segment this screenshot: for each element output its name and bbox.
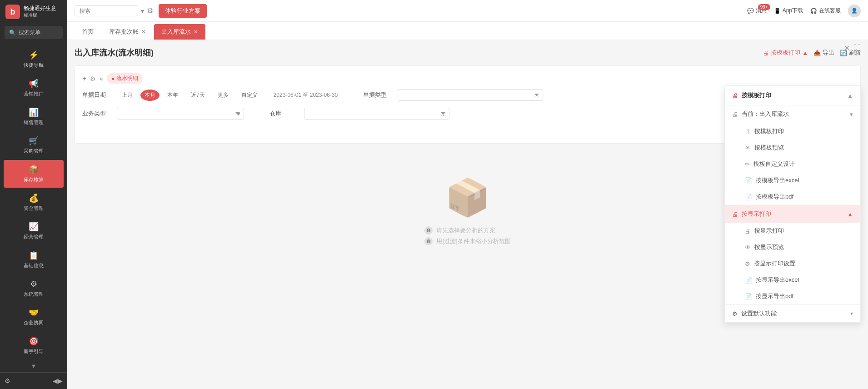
tab-inventory-batch-close[interactable]: ✕ (141, 29, 146, 35)
export-button[interactable]: 📤 导出 (813, 49, 834, 57)
topbar-search-area: ▾ ⚙ (75, 5, 153, 16)
sidebar-item-guide[interactable]: 🎯 新手引导 (4, 332, 64, 359)
dropdown-current-section: 🖨 当前：出入库流水 ▾ (725, 105, 860, 123)
user-avatar[interactable]: 👤 (848, 5, 861, 17)
filter-warehouse-select[interactable] (304, 108, 449, 120)
app-download-item[interactable]: 📱 App下载 (774, 7, 803, 15)
footer-label: 设置默认功能 (741, 309, 777, 318)
filter-tag-more[interactable]: 更多 (213, 90, 234, 101)
print-template-label: 按模板打印 (771, 49, 800, 57)
sidebar-collapse-button[interactable]: ◀▶ (53, 377, 63, 384)
search-dropdown-icon[interactable]: ▾ (141, 7, 144, 15)
current-chevron: ▾ (850, 111, 853, 118)
filter-tag-this-month[interactable]: 本月 (140, 90, 160, 101)
window-controls: ✕ ⛶ (844, 44, 861, 52)
display-chevron-up: ▲ (847, 211, 853, 218)
sidebar-item-enterprise[interactable]: 🤝 企业协同 (4, 303, 64, 331)
display-excel-label: 按显示导出excel (756, 276, 799, 284)
app-name: 畅捷通好生意 (24, 5, 56, 12)
dropdown-display-excel[interactable]: 📄 按显示导出excel (725, 272, 860, 288)
sidebar-item-label: 新手引导 (24, 348, 44, 355)
display-preview-icon: 👁 (745, 244, 751, 251)
tab-inventory-flow[interactable]: 出入库流水 ✕ (154, 24, 205, 40)
sidebar-item-label: 营销推广 (24, 90, 44, 97)
dropdown-current-item[interactable]: 🖨 当前：出入库流水 ▾ (725, 105, 860, 123)
export-label: 导出 (823, 49, 834, 57)
filter-tag-this-year[interactable]: 本年 (162, 90, 183, 101)
empty-step-2: ❷ 用[过滤]条件来缩小分析范围 (424, 237, 510, 245)
sidebar-scroll-down[interactable]: ▼ (0, 360, 67, 372)
trial-button[interactable]: 体验行业方案 (159, 4, 207, 18)
dropdown-template-pdf[interactable]: 📄 按模板导出pdf (725, 189, 860, 205)
window-expand-button[interactable]: ⛶ (853, 44, 861, 52)
tab-home[interactable]: 首页 (75, 24, 101, 40)
inventory-icon: 📦 (29, 165, 39, 175)
dropdown-display-print[interactable]: 🖨 按显示打印 (725, 223, 860, 239)
filter-collapse-button[interactable]: « (100, 75, 103, 82)
filter-tag-7days[interactable]: 近7天 (186, 90, 210, 101)
topbar-settings-icon[interactable]: ⚙ (147, 6, 153, 15)
display-excel-icon: 📄 (745, 277, 752, 284)
dropdown-template-preview[interactable]: 👁 按模板预览 (725, 140, 860, 156)
shortcut-icon: ⚡ (29, 50, 39, 60)
template-custom-label: 模板自定义设计 (753, 160, 795, 168)
sidebar-item-inventory[interactable]: 📦 库存核算 (4, 160, 64, 188)
filter-biz-select-wrapper: ▾ (117, 108, 244, 120)
dropdown-display-settings[interactable]: ⚙ 按显示打印设置 (725, 255, 860, 272)
print-header-icon: 🖨 (732, 92, 738, 99)
quick-filter-tag-flow[interactable]: ● 流水明细 (107, 73, 143, 84)
display-preview-label: 按显示预览 (754, 243, 784, 251)
dropdown-template-section: 🖨 按模板打印 👁 按模板预览 ✏ 模板自定义设计 📄 按模板导出excel (725, 123, 860, 205)
sidebar-nav: ⚡ 快捷导航 📢 营销推广 📊 销售管理 🛒 采购管理 📦 库存核算 (0, 43, 67, 360)
sidebar-item-system[interactable]: ⚙ 系统管理 (4, 274, 64, 302)
footer-chevron: ▾ (850, 310, 853, 317)
guide-icon: 🎯 (29, 336, 39, 346)
print-template-button[interactable]: 🖨 按模板打印 ▲ (763, 49, 808, 57)
display-pdf-icon: 📄 (745, 293, 752, 300)
system-icon: ⚙ (30, 279, 37, 289)
dropdown-display-preview[interactable]: 👁 按显示预览 (725, 239, 860, 255)
logo-icon: b (5, 5, 20, 19)
filter-settings-button[interactable]: ⚙ (90, 75, 96, 82)
filter-biz-select[interactable] (117, 108, 244, 120)
tab-inventory-flow-close[interactable]: ✕ (194, 29, 198, 35)
tab-inventory-batch-label: 库存批次账 (109, 28, 139, 36)
dropdown-current-label: 当前：出入库流水 (742, 110, 789, 118)
filter-date-tags: 上月 本月 本年 近7天 更多 自定义 (117, 90, 263, 101)
dropdown-footer[interactable]: ⚙ 设置默认功能 ▾ (725, 305, 860, 322)
search-menu-button[interactable]: 🔍 搜索菜单 (5, 26, 63, 39)
dropdown-chevron-up[interactable]: ▲ (847, 92, 853, 99)
sidebar-settings-button[interactable]: ⚙ (5, 377, 10, 384)
dropdown-template-print[interactable]: 🖨 按模板打印 (725, 123, 860, 140)
display-pdf-label: 按显示导出pdf (756, 292, 793, 300)
sidebar: b 畅捷通好生意 标准版 🔍 搜索菜单 ⚡ 快捷导航 📢 营销推广 (0, 0, 67, 389)
sidebar-item-sales[interactable]: 📊 销售管理 (4, 103, 64, 130)
window-close-button[interactable]: ✕ (844, 44, 850, 52)
dropdown-template-custom[interactable]: ✏ 模板自定义设计 (725, 156, 860, 172)
dropdown-template-excel[interactable]: 📄 按模板导出excel (725, 172, 860, 189)
dropdown-display-header[interactable]: 🖨 按显示打印 ▲ (725, 205, 860, 223)
filter-type-select[interactable] (398, 89, 543, 101)
message-icon: 💬 (747, 8, 754, 14)
step-2-num: ❷ (424, 237, 433, 245)
basics-icon: 📋 (29, 250, 39, 260)
online-service-item[interactable]: 🎧 在线客服 (810, 7, 841, 15)
sidebar-item-marketing[interactable]: 📢 营销推广 (4, 74, 64, 102)
sidebar-bottom: ⚙ ◀▶ (0, 372, 67, 389)
filter-add-button[interactable]: + (82, 75, 86, 83)
filter-tag-last-month[interactable]: 上月 (117, 90, 138, 101)
footer-settings-icon: ⚙ (732, 310, 738, 317)
tab-inventory-batch[interactable]: 库存批次账 ✕ (102, 24, 153, 40)
sidebar-item-operations[interactable]: 📈 经营管理 (4, 217, 64, 245)
sidebar-item-purchase[interactable]: 🛒 采购管理 (4, 131, 64, 159)
topbar-search-input[interactable] (75, 5, 138, 16)
message-item[interactable]: 💬 消息 99+ (747, 7, 767, 15)
topbar-right: 💬 消息 99+ 📱 App下载 🎧 在线客服 👤 (747, 5, 861, 17)
dropdown-display-pdf[interactable]: 📄 按显示导出pdf (725, 288, 860, 304)
display-settings-icon: ⚙ (745, 260, 750, 267)
filter-tag-custom[interactable]: 自定义 (236, 90, 263, 101)
sidebar-item-finance[interactable]: 💰 资金管理 (4, 189, 64, 216)
sidebar-item-basics[interactable]: 📋 基础信息 (4, 246, 64, 274)
sidebar-item-shortcut[interactable]: ⚡ 快捷导航 (4, 45, 64, 73)
enterprise-icon: 🤝 (29, 308, 39, 318)
